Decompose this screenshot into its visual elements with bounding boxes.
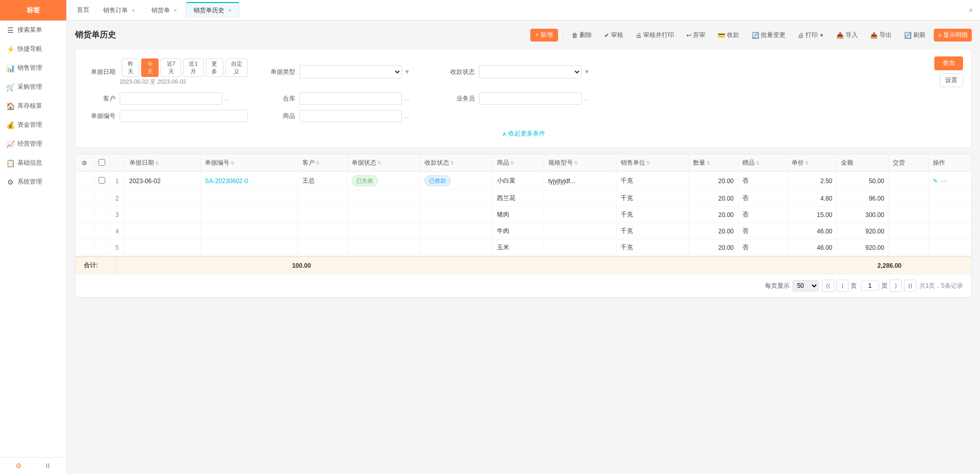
date-last-month-btn[interactable]: 近1月 bbox=[183, 58, 204, 77]
page-number-input[interactable] bbox=[861, 281, 879, 291]
next-page-btn[interactable]: ⟩ bbox=[890, 280, 902, 292]
query-button[interactable]: 查询 bbox=[934, 56, 963, 70]
tab-sales-history[interactable]: 销货单历史 × bbox=[186, 2, 239, 18]
prev-page-btn[interactable]: ⟨ bbox=[836, 280, 849, 292]
table-header-row: ⚙ 单据日期⇅ 单据编号⇅ 客户⇅ bbox=[75, 154, 971, 172]
cell-qty: 20.00 bbox=[689, 223, 738, 240]
sort-gift-icon[interactable]: ⇅ bbox=[756, 161, 760, 166]
print-icon: 🖨 bbox=[798, 32, 804, 39]
sort-paymentstatus-icon[interactable]: ⇅ bbox=[450, 161, 454, 166]
sidebar: 标签 ☰ 搜索菜单 ⚡ 快捷导航 📊 销售管理 🛒 采购管理 🏠 库存核算 💰 … bbox=[0, 0, 67, 474]
staff-picker-icon[interactable]: ... bbox=[584, 95, 589, 102]
sort-spec-icon[interactable]: ⇅ bbox=[574, 161, 578, 166]
last-page-btn[interactable]: ⟩⟩ bbox=[904, 280, 916, 292]
review-print-button[interactable]: 🖨 审核并打印 bbox=[631, 29, 678, 42]
customer-picker-icon[interactable]: ... bbox=[224, 95, 229, 102]
doc-type-select[interactable] bbox=[299, 65, 402, 78]
doc-no-link[interactable]: SA-20230602-0 bbox=[205, 177, 248, 185]
tab-sales-goods[interactable]: 销货单 × bbox=[144, 2, 185, 18]
date-quick-buttons: 昨天 今天 近7天 近1月 更多 自定义 bbox=[122, 58, 248, 77]
filter-date-group: 单据日期 昨天 今天 近7天 近1月 更多 自定义 2023-06-02 至 2… bbox=[84, 58, 248, 86]
table-row: 4 牛肉 千克 20.00 否 46.00 920.00 bbox=[75, 223, 971, 240]
sidebar-bottom: ⚙ ⏸ bbox=[0, 457, 66, 474]
sort-date-icon[interactable]: ⇅ bbox=[155, 161, 159, 166]
more-action-btn[interactable]: ⋯ bbox=[941, 177, 947, 185]
payment-status-select[interactable] bbox=[479, 65, 582, 78]
tab-close-sales-goods[interactable]: × bbox=[174, 8, 177, 13]
cell-date bbox=[125, 223, 201, 240]
sort-customer-icon[interactable]: ⇅ bbox=[316, 161, 320, 166]
warehouse-input[interactable] bbox=[299, 92, 402, 105]
batch-change-button[interactable]: 🔄 批量变更 bbox=[747, 29, 790, 42]
sidebar-item-quick-nav[interactable]: ⚡ 快捷导航 bbox=[0, 40, 66, 58]
date-more-btn[interactable]: 更多 bbox=[206, 58, 223, 77]
per-page-select[interactable]: 50 10 20 100 bbox=[793, 280, 819, 291]
table-settings-icon[interactable]: ⚙ bbox=[82, 160, 87, 167]
sidebar-item-sales[interactable]: 📊 销售管理 bbox=[0, 58, 66, 77]
pagination: 每页显示 50 10 20 100 ⟨⟨ ⟨ 页 页 ⟩ ⟩⟩ bbox=[75, 274, 971, 297]
col-spec: 规格型号⇅ bbox=[544, 154, 616, 172]
select-all-checkbox[interactable] bbox=[99, 159, 105, 166]
tab-close-sales-order[interactable]: × bbox=[132, 8, 135, 13]
filter-row-1: 单据日期 昨天 今天 近7天 近1月 更多 自定义 2023-06-02 至 2… bbox=[84, 56, 963, 87]
abandon-button[interactable]: ↩ 弃审 bbox=[682, 29, 709, 42]
sidebar-item-search-menu[interactable]: ☰ 搜索菜单 bbox=[0, 21, 66, 40]
sort-unit-icon[interactable]: ⇅ bbox=[646, 161, 650, 166]
cell-doc-no: SA-20230602-0 bbox=[201, 172, 298, 190]
date-custom-btn[interactable]: 自定义 bbox=[225, 58, 248, 77]
filter-settings-button[interactable]: 设置 bbox=[939, 73, 963, 87]
cell-price: 15.00 bbox=[787, 207, 837, 223]
cell-spec bbox=[544, 207, 616, 223]
sidebar-item-base-info[interactable]: 📋 基础信息 bbox=[0, 153, 66, 172]
sort-docstatus-icon[interactable]: ⇅ bbox=[377, 161, 381, 166]
cell-actions bbox=[928, 240, 971, 256]
new-button[interactable]: + 新增 bbox=[530, 29, 558, 42]
warehouse-picker-icon[interactable]: ... bbox=[404, 95, 409, 102]
first-page-btn[interactable]: ⟨⟨ bbox=[822, 280, 834, 292]
cell-customer bbox=[298, 240, 348, 256]
sort-qty-icon[interactable]: ⇅ bbox=[706, 161, 710, 166]
sidebar-item-operations[interactable]: 📈 经营管理 bbox=[0, 134, 66, 153]
sidebar-item-system[interactable]: ⚙ 系统管理 bbox=[0, 172, 66, 191]
tab-home[interactable]: 首页 bbox=[72, 2, 94, 18]
tab-close-sales-history[interactable]: × bbox=[228, 8, 232, 13]
bottom-pause-icon[interactable]: ⏸ bbox=[44, 462, 52, 470]
base-info-icon: 📋 bbox=[6, 159, 14, 167]
inventory-icon: 🏠 bbox=[6, 102, 14, 110]
bottom-settings-icon[interactable]: ⚙ bbox=[14, 462, 23, 470]
import-button[interactable]: 📥 导入 bbox=[832, 29, 862, 42]
row-checkbox[interactable] bbox=[99, 177, 105, 184]
review-button[interactable]: ✔ 审核 bbox=[600, 29, 627, 42]
collapse-button[interactable]: ∧ 收起更多条件 bbox=[84, 127, 963, 140]
sidebar-item-purchase[interactable]: 🛒 采购管理 bbox=[0, 77, 66, 96]
goods-picker-icon[interactable]: ... bbox=[404, 112, 409, 120]
tab-sales-order[interactable]: 销售订单 × bbox=[95, 2, 143, 18]
date-last7-btn[interactable]: 近7天 bbox=[161, 58, 181, 77]
delete-button[interactable]: 🗑 删除 bbox=[568, 29, 596, 42]
cell-amount: 96.00 bbox=[837, 190, 889, 207]
col-settings[interactable]: ⚙ bbox=[75, 154, 94, 172]
cell-checkbox bbox=[94, 172, 109, 190]
date-yesterday-btn[interactable]: 昨天 bbox=[122, 58, 139, 77]
date-today-btn[interactable]: 今天 bbox=[141, 58, 159, 77]
sort-docno-icon[interactable]: ⇅ bbox=[230, 161, 235, 166]
collect-button[interactable]: 💳 收款 bbox=[714, 29, 743, 42]
refresh-button[interactable]: 🔃 刷新 bbox=[900, 29, 930, 42]
sidebar-item-finance[interactable]: 💰 资金管理 bbox=[0, 115, 66, 134]
quick-nav-icon: ⚡ bbox=[6, 45, 14, 53]
goods-input[interactable] bbox=[299, 110, 402, 122]
sort-price-icon[interactable]: ⇅ bbox=[805, 161, 809, 166]
customer-input[interactable] bbox=[120, 92, 222, 105]
show-detail-button[interactable]: ≡ 显示明细 bbox=[934, 29, 972, 42]
export-button[interactable]: 📤 导出 bbox=[866, 29, 896, 42]
sort-goods-icon[interactable]: ⇅ bbox=[510, 161, 514, 166]
tab-close-all-btn[interactable]: × bbox=[967, 5, 975, 15]
cell-spec bbox=[544, 240, 616, 256]
edit-action-btn[interactable]: ✎ bbox=[933, 177, 938, 185]
staff-input[interactable] bbox=[479, 92, 582, 105]
cell-gift: 否 bbox=[738, 172, 787, 190]
print-button[interactable]: 🖨 打印 ▼ bbox=[794, 29, 828, 42]
cell-goods: 玉米 bbox=[492, 240, 544, 256]
sidebar-item-inventory[interactable]: 🏠 库存核算 bbox=[0, 96, 66, 115]
doc-no-input[interactable] bbox=[120, 110, 248, 122]
